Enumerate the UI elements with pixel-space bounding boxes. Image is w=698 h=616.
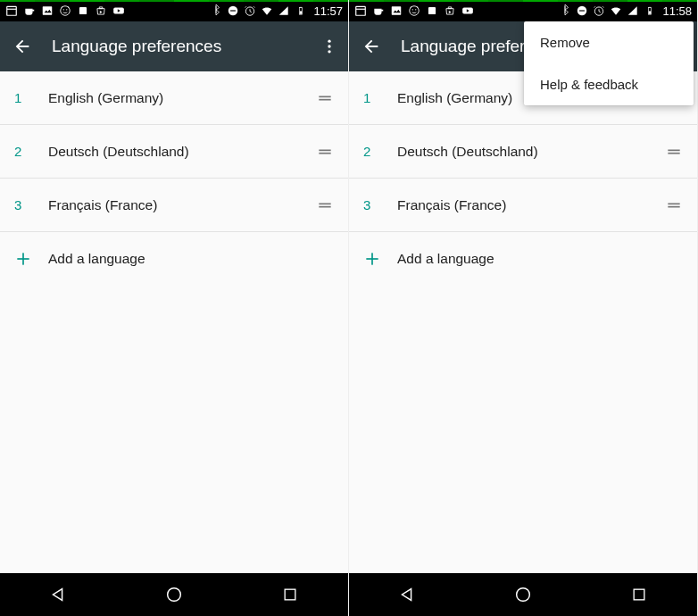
svg-marker-67	[403, 589, 411, 601]
calendar-icon	[5, 4, 18, 17]
alarm-icon	[244, 4, 256, 17]
svg-rect-54	[650, 7, 652, 8]
language-index: 3	[363, 197, 385, 212]
menu-item-help-feedback[interactable]: Help & feedback	[524, 63, 694, 105]
svg-marker-11	[100, 11, 103, 13]
svg-rect-34	[285, 589, 295, 600]
svg-point-21	[328, 40, 330, 43]
drag-handle-icon[interactable]	[316, 89, 334, 107]
nav-back-button[interactable]	[396, 584, 418, 605]
alarm-icon	[593, 4, 605, 17]
youtube-icon	[112, 4, 125, 17]
svg-point-8	[63, 9, 64, 10]
overflow-menu: Remove Help & feedback	[524, 21, 694, 105]
calendar-icon	[354, 4, 367, 17]
svg-rect-63	[668, 203, 679, 204]
cup-icon	[23, 4, 36, 17]
content-area: 1 English (Germany) 2 Deutsch (Deutschla…	[0, 71, 348, 573]
add-language-label: Add a language	[36, 251, 334, 267]
battery-icon	[295, 4, 307, 17]
add-language-button[interactable]: Add a language	[349, 232, 697, 286]
overflow-menu-button[interactable]	[320, 37, 339, 56]
phone-left: 11:57 Language preferences 1 English (Ge…	[0, 0, 349, 616]
svg-rect-19	[301, 7, 303, 8]
app-bar: Language preferences	[0, 21, 348, 71]
svg-point-44	[415, 9, 416, 10]
drag-handle-icon[interactable]	[665, 196, 683, 214]
signal-icon	[278, 4, 290, 17]
plus-icon	[363, 250, 385, 268]
svg-rect-0	[7, 6, 17, 15]
menu-item-remove[interactable]: Remove	[524, 21, 694, 63]
svg-rect-66	[366, 258, 378, 260]
svg-rect-62	[668, 152, 679, 154]
page-title: Language preferences	[52, 37, 300, 56]
language-index: 2	[363, 144, 385, 159]
bluetooth-icon	[210, 4, 222, 17]
svg-rect-35	[356, 6, 366, 15]
back-button[interactable]	[361, 37, 381, 56]
language-index: 1	[14, 90, 36, 105]
svg-marker-52	[628, 6, 637, 14]
face-icon	[59, 4, 71, 17]
nav-home-button[interactable]	[163, 584, 185, 605]
language-index: 2	[14, 144, 36, 159]
svg-marker-32	[54, 589, 62, 601]
svg-rect-26	[319, 149, 330, 151]
svg-rect-29	[319, 205, 330, 207]
svg-rect-31	[17, 258, 29, 260]
bluetooth-icon	[559, 4, 571, 17]
nav-recent-button[interactable]	[279, 584, 301, 605]
dnd-icon	[576, 4, 588, 17]
svg-rect-55	[649, 11, 652, 13]
language-index: 1	[363, 90, 385, 105]
image-icon	[41, 4, 54, 17]
svg-rect-15	[231, 10, 237, 11]
language-row[interactable]: 3 Français (France)	[0, 179, 348, 232]
back-button[interactable]	[12, 37, 32, 56]
svg-point-43	[412, 9, 413, 10]
drag-handle-icon[interactable]	[316, 196, 334, 214]
svg-rect-40	[392, 6, 402, 14]
language-name: Français (France)	[385, 197, 665, 213]
add-language-button[interactable]: Add a language	[0, 232, 348, 286]
nav-bar	[349, 573, 697, 616]
drag-handle-icon[interactable]	[316, 143, 334, 161]
wifi-icon	[610, 4, 622, 17]
language-row[interactable]: 2 Deutsch (Deutschland)	[0, 125, 348, 179]
svg-point-23	[328, 50, 330, 53]
svg-rect-64	[668, 205, 679, 207]
language-row[interactable]: 1 English (Germany)	[0, 71, 348, 125]
svg-rect-5	[43, 6, 53, 14]
drag-handle-icon[interactable]	[665, 143, 683, 161]
nav-home-button[interactable]	[512, 584, 534, 605]
svg-rect-61	[668, 149, 679, 151]
svg-rect-50	[580, 10, 586, 11]
svg-rect-27	[319, 152, 330, 154]
svg-point-33	[168, 588, 181, 602]
svg-rect-25	[319, 98, 330, 100]
nav-recent-button[interactable]	[628, 584, 650, 605]
svg-rect-24	[319, 96, 330, 97]
language-name: English (Germany)	[36, 90, 316, 106]
svg-rect-69	[634, 589, 644, 600]
language-name: Deutsch (Deutschland)	[385, 144, 665, 160]
language-row[interactable]: 3 Français (France)	[349, 179, 697, 232]
cup-icon	[372, 4, 385, 17]
language-row[interactable]: 2 Deutsch (Deutschland)	[349, 125, 697, 179]
nav-bar	[0, 573, 348, 616]
nav-back-button[interactable]	[47, 584, 69, 605]
language-name: Deutsch (Deutschland)	[36, 144, 316, 160]
square-icon	[77, 4, 89, 17]
phone-right: 11:58 Language preferences Remove Help &…	[349, 0, 698, 616]
svg-marker-17	[279, 6, 288, 14]
wifi-icon	[261, 4, 273, 17]
shop-icon	[444, 4, 456, 17]
content-area: 1 English (Germany) 2 Deutsch (Deutschla…	[349, 71, 697, 573]
status-bar: 11:58	[349, 0, 697, 21]
svg-rect-20	[300, 11, 303, 13]
svg-rect-45	[428, 7, 436, 14]
svg-point-9	[66, 9, 67, 10]
svg-point-22	[328, 45, 330, 47]
shop-icon	[95, 4, 107, 17]
